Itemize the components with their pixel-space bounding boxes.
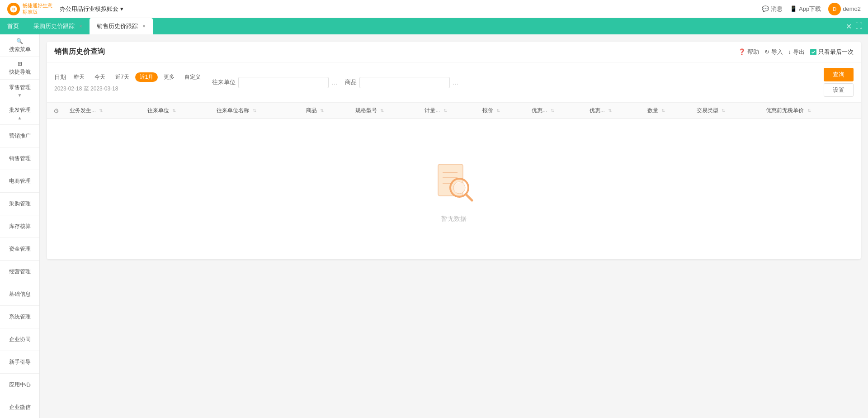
message-icon: 💬	[762, 5, 769, 12]
tab-sales-close[interactable]: ×	[142, 23, 146, 29]
sidebar-item-sales-mgmt[interactable]: 销售管理	[0, 147, 39, 170]
sidebar-item-system-mgmt[interactable]: 系统管理	[0, 306, 39, 328]
query-button[interactable]: 查询	[824, 68, 854, 81]
sidebar-item-retail-mgmt[interactable]: 零售管理 ▼	[0, 80, 39, 102]
table-area: ⚙ 业务发生... ⇅ 往来单位 ⇅	[47, 103, 861, 259]
sidebar-item-app-center[interactable]: 应用中心	[0, 374, 39, 396]
sidebar-item-marketing[interactable]: 营销推广	[0, 125, 39, 147]
top-bar-left: 畅捷通好生意 标准版 办公用品行业模拟账套 ▾	[7, 3, 127, 15]
sort-icon: ⇅	[551, 108, 554, 113]
product-dots-button[interactable]: ...	[453, 78, 458, 86]
table-col-discount1[interactable]: 优惠... ⇅	[527, 103, 585, 119]
table-col-trade-type[interactable]: 交易类型 ⇅	[692, 103, 761, 119]
product-filter-group: 商品 ...	[345, 77, 458, 88]
maximize-button[interactable]: ⛶	[855, 22, 863, 30]
table-col-quantity[interactable]: 数量 ⇅	[643, 103, 692, 119]
sidebar-item-search-menu[interactable]: 🔍 搜索菜单	[0, 34, 39, 57]
sidebar-item-quick-nav[interactable]: ⊞ 快捷导航	[0, 57, 39, 80]
help-button[interactable]: ❓ 帮助	[738, 48, 759, 56]
gear-icon[interactable]: ⚙	[53, 107, 59, 114]
tab-purchase-close[interactable]: ×	[79, 23, 82, 29]
sort-icon: ⇅	[320, 108, 324, 113]
import-icon: ↻	[764, 48, 769, 55]
page-header-actions: ❓ 帮助 ↻ 导入 ↓ 导出	[738, 48, 854, 56]
table-col-biz-date-label: 业务发生...	[70, 107, 96, 114]
date-btn-custom[interactable]: 自定义	[180, 72, 205, 82]
empty-state: 暂无数据	[47, 119, 861, 259]
main-layout: 🔍 搜索菜单 ⊞ 快捷导航 零售管理 ▼ 批发管理 ▲ 营销推广 销售管理 电商…	[0, 34, 868, 418]
chevron-up-icon: ▲	[18, 115, 22, 120]
table-col-quote[interactable]: 报价 ⇅	[478, 103, 527, 119]
logo-icon	[7, 3, 20, 15]
page-header: 销售历史价查询 ❓ 帮助 ↻ 导入 ↓ 导出	[47, 42, 861, 62]
close-all-tabs-button[interactable]: ✕	[846, 22, 852, 31]
sidebar-item-purchase-mgmt[interactable]: 采购管理	[0, 193, 39, 215]
table-col-settings[interactable]: ⚙	[47, 103, 65, 119]
app-selector[interactable]: 办公用品行业模拟账套 ▾	[56, 5, 127, 13]
table-col-partner-name[interactable]: 往来单位名称 ⇅	[212, 103, 302, 119]
date-filter-label: 日期	[54, 73, 66, 81]
table-col-partner-code[interactable]: 往来单位 ⇅	[143, 103, 212, 119]
table-col-spec[interactable]: 规格型号 ⇅	[351, 103, 420, 119]
product-filter-label: 商品	[345, 78, 357, 86]
sort-icon: ⇅	[722, 108, 725, 113]
settings-button[interactable]: 设置	[824, 83, 854, 97]
sidebar-item-enterprise-coop[interactable]: 企业协同	[0, 328, 39, 351]
export-button[interactable]: ↓ 导出	[788, 48, 805, 56]
product-input[interactable]	[359, 77, 450, 88]
chevron-down-icon: ▼	[18, 93, 22, 98]
filter-area: 日期 昨天 今天 近7天 近1月 更多 自定义 2023-02-18 至 202…	[47, 62, 861, 103]
partner-dots-button[interactable]: ...	[331, 78, 337, 86]
sidebar-item-new-guide[interactable]: 新手引导	[0, 351, 39, 374]
date-btn-1month[interactable]: 近1月	[135, 72, 158, 82]
sidebar-item-operation-mgmt[interactable]: 经营管理	[0, 261, 39, 283]
sort-icon: ⇅	[172, 108, 176, 113]
table-col-product[interactable]: 商品 ⇅	[302, 103, 351, 119]
download-icon: 📱	[790, 5, 797, 12]
partner-input[interactable]	[238, 77, 329, 88]
sidebar-item-basic-info[interactable]: 基础信息	[0, 283, 39, 306]
sidebar-item-inventory[interactable]: 库存核算	[0, 215, 39, 238]
date-buttons: 昨天 今天 近7天 近1月 更多 自定义	[70, 72, 205, 82]
logo-text: 畅捷通好生意 标准版	[23, 3, 52, 14]
search-icon: 🔍	[16, 38, 23, 44]
message-button[interactable]: 💬 消息	[762, 5, 783, 13]
sidebar-item-enterprise-wechat[interactable]: 企业微信	[0, 396, 39, 418]
sidebar-item-ecommerce-mgmt[interactable]: 电商管理	[0, 170, 39, 193]
app-download-button[interactable]: 📱 App下载	[790, 5, 821, 13]
date-btn-yesterday[interactable]: 昨天	[70, 72, 89, 82]
tab-home[interactable]: 首页	[0, 18, 26, 34]
sort-icon: ⇅	[608, 108, 612, 113]
sort-icon: ⇅	[807, 108, 811, 113]
tab-sales-label: 销售历史价跟踪	[97, 22, 138, 30]
table-col-unit[interactable]: 计量... ⇅	[420, 103, 478, 119]
import-button[interactable]: ↻ 导入	[764, 48, 783, 56]
tab-sales-history[interactable]: 销售历史价跟踪 ×	[90, 18, 153, 34]
table-col-biz-date[interactable]: 业务发生... ⇅	[65, 103, 143, 119]
only-last-checkbox-label[interactable]: 只看最后一次	[810, 48, 854, 56]
grid-icon: ⊞	[18, 61, 22, 67]
sidebar-item-finance-mgmt[interactable]: 资金管理	[0, 238, 39, 261]
sort-icon: ⇅	[443, 108, 447, 113]
only-last-checkbox[interactable]	[810, 49, 816, 55]
sort-icon: ⇅	[661, 108, 665, 113]
sidebar-item-wholesale-mgmt[interactable]: 批发管理 ▲	[0, 102, 39, 125]
table-col-discount2[interactable]: 优惠... ⇅	[585, 103, 643, 119]
tab-home-label: 首页	[7, 22, 19, 30]
sort-icon: ⇅	[253, 108, 256, 113]
sort-icon: ⇅	[380, 108, 384, 113]
tab-purchase-history[interactable]: 采购历史价跟踪 ×	[26, 18, 90, 34]
table-col-pretax-price[interactable]: 优惠前无税单价 ⇅	[761, 103, 861, 119]
date-btn-7days[interactable]: 近7天	[111, 72, 133, 82]
date-btn-today[interactable]: 今天	[90, 72, 109, 82]
tab-bar-actions: ✕ ⛶	[846, 22, 868, 31]
date-btn-more[interactable]: 更多	[160, 72, 179, 82]
user-menu[interactable]: D demo2	[828, 3, 861, 15]
app-selector-label: 办公用品行业模拟账套	[60, 5, 118, 13]
page-content: 销售历史价查询 ❓ 帮助 ↻ 导入 ↓ 导出	[40, 34, 868, 418]
empty-text: 暂无数据	[441, 215, 467, 223]
help-icon: ❓	[738, 48, 745, 55]
content-area: 销售历史价查询 ❓ 帮助 ↻ 导入 ↓ 导出	[40, 34, 868, 418]
top-bar: 畅捷通好生意 标准版 办公用品行业模拟账套 ▾ 💬 消息 📱 App下载 D d…	[0, 0, 868, 18]
page-title: 销售历史价查询	[54, 47, 105, 57]
